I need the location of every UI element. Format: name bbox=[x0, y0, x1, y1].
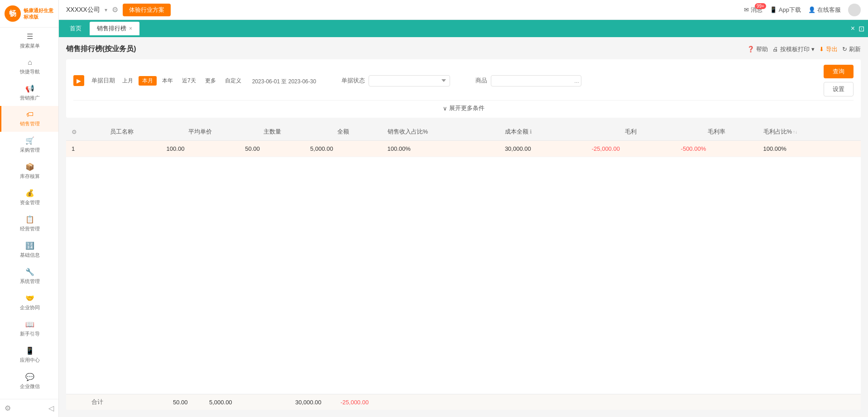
date-option-more[interactable]: 更多 bbox=[201, 76, 220, 86]
sidebar-icon-finance: 💰 bbox=[25, 189, 34, 197]
trial-button[interactable]: 体验行业方案 bbox=[123, 4, 171, 16]
service-icon: 👤 bbox=[808, 6, 815, 13]
sidebar-item-app-center[interactable]: 📱 应用中心 bbox=[0, 342, 58, 368]
settings-icon[interactable]: ⚙ bbox=[5, 404, 11, 412]
th-qty: 主数量 bbox=[240, 123, 305, 141]
th-gross: 毛利 bbox=[586, 123, 676, 141]
tab-close-icon[interactable]: × bbox=[129, 25, 132, 32]
table-row: 1 100.00 50.00 5,000.00 100.00% 30,000.0… bbox=[66, 141, 861, 157]
sidebar-item-finance[interactable]: 💰 资金管理 bbox=[0, 184, 58, 211]
sidebar-item-inventory[interactable]: 📦 库存核算 bbox=[0, 158, 58, 184]
sidebar-label-search-order: 搜索菜单 bbox=[20, 43, 40, 49]
cell-name bbox=[82, 141, 161, 157]
app-icon: 📱 bbox=[770, 6, 777, 13]
sidebar-icon-sales: 🏷 bbox=[26, 110, 34, 119]
tab-home[interactable]: 首页 bbox=[62, 22, 89, 35]
goods-more-icon[interactable]: ... bbox=[574, 77, 579, 84]
status-select[interactable] bbox=[369, 75, 450, 86]
cell-qty: 50.00 bbox=[240, 141, 305, 157]
sidebar-icon-app-center: 📱 bbox=[25, 346, 34, 355]
filter-area: ▶ 单据日期 上月 本月 本年 近7天 更多 自定义 bbox=[66, 59, 861, 118]
sidebar-label-wechat: 企业微信 bbox=[20, 383, 40, 390]
date-option-this-year[interactable]: 本年 bbox=[158, 76, 177, 86]
help-icon: ❓ bbox=[747, 46, 754, 53]
date-option-last-month[interactable]: 上月 bbox=[119, 76, 137, 86]
sidebar-item-guide[interactable]: 📖 新手引导 bbox=[0, 316, 58, 342]
sidebar-item-enterprise[interactable]: 🤝 企业协同 bbox=[0, 289, 58, 316]
sidebar-item-search-order[interactable]: ☰ 搜索菜单 bbox=[0, 28, 58, 54]
app-label: App下载 bbox=[779, 6, 801, 14]
collapse-icon[interactable]: ◁ bbox=[48, 404, 54, 412]
print-button[interactable]: 🖨 按模板打印 ▾ bbox=[772, 45, 815, 53]
online-service-button[interactable]: 👤 在线客服 bbox=[808, 6, 841, 14]
sidebar-item-operation[interactable]: 📋 经营管理 bbox=[0, 211, 58, 237]
date-label: 单据日期 bbox=[91, 77, 115, 85]
filter-more-row: ∨ 展开更多条件 bbox=[73, 100, 854, 112]
settings-button[interactable]: 设置 bbox=[824, 82, 854, 96]
print-icon: 🖨 bbox=[772, 46, 778, 53]
sidebar-item-quick-nav[interactable]: ⌂ 快捷导航 bbox=[0, 54, 58, 80]
sidebar-item-member[interactable]: ◇ 畅会员 bbox=[0, 394, 58, 399]
app-download-button[interactable]: 📱 App下载 bbox=[770, 6, 801, 14]
sidebar-label-basic-info: 基础信息 bbox=[20, 252, 40, 259]
sidebar-item-wechat[interactable]: 💬 企业微信 bbox=[0, 368, 58, 394]
sidebar-item-system[interactable]: 🔧 系统管理 bbox=[0, 263, 58, 289]
th-gross-pct: 毛利占比% ↑↓ bbox=[758, 123, 861, 141]
expand-more-button[interactable]: ∨ 展开更多条件 bbox=[443, 104, 484, 112]
cell-cost: 30,000.00 bbox=[499, 141, 586, 157]
service-label: 在线客服 bbox=[817, 6, 841, 14]
date-option-this-month[interactable]: 本月 bbox=[139, 76, 157, 86]
data-table: ⚙ 员工名称 平均单价 主数量 全额 销售收入占比% bbox=[66, 123, 861, 157]
sidebar-icon-search-order: ☰ bbox=[27, 32, 33, 41]
cell-gross: -25,000.00 bbox=[586, 141, 676, 157]
main-area: XXXXX公司 ▾ ⚙ 体验行业方案 ✉ 消息 99+ 📱 App下载 👤 在线… bbox=[59, 0, 868, 417]
cost-info-icon[interactable]: ℹ bbox=[530, 129, 532, 135]
sidebar-item-marketing[interactable]: 📢 营销推广 bbox=[0, 80, 58, 106]
sidebar-item-sales[interactable]: 🏷 销售管理 bbox=[0, 106, 58, 132]
user-avatar[interactable] bbox=[848, 4, 861, 16]
date-option-7days[interactable]: 近7天 bbox=[178, 76, 200, 86]
sidebar-item-purchase[interactable]: 🛒 采购管理 bbox=[0, 132, 58, 158]
page-content: 销售排行榜(按业务员) ❓ 帮助 🖨 按模板打印 ▾ ⬇ 导出 bbox=[59, 37, 868, 417]
status-filter: 单据状态 bbox=[341, 75, 450, 86]
sidebar-icon-basic-info: 🔢 bbox=[25, 241, 34, 250]
filter-expand-arrow[interactable]: ▶ bbox=[73, 75, 84, 86]
sidebar-icon-inventory: 📦 bbox=[25, 163, 34, 171]
export-icon: ⬇ bbox=[819, 46, 824, 53]
footer-gross: -25,000.00 bbox=[335, 399, 380, 406]
query-button[interactable]: 查询 bbox=[824, 65, 854, 78]
th-sales-pct-sort[interactable]: 销售收入占比% bbox=[388, 128, 494, 136]
footer-row: 合计 50.00 5,000.00 30,000.00 -25,000.00 bbox=[72, 398, 855, 406]
goods-input[interactable] bbox=[491, 75, 581, 86]
print-dropdown-icon: ▾ bbox=[811, 46, 815, 53]
tab-sales-ranking[interactable]: 销售排行榜 × bbox=[90, 22, 139, 35]
message-button[interactable]: ✉ 消息 99+ bbox=[744, 6, 762, 14]
page-inner: 销售排行榜(按业务员) ❓ 帮助 🖨 按模板打印 ▾ ⬇ 导出 bbox=[59, 37, 868, 417]
logo-icon: 畅 bbox=[5, 5, 21, 22]
tab-maximize-icon[interactable]: ⊡ bbox=[858, 24, 864, 33]
sidebar-label-sales: 销售管理 bbox=[20, 120, 40, 127]
th-gross-pct-sort[interactable]: 毛利占比% ↑↓ bbox=[763, 128, 855, 136]
tab-close-all-icon[interactable]: × bbox=[851, 24, 855, 33]
tab-label: 销售排行榜 bbox=[97, 24, 126, 33]
export-button[interactable]: ⬇ 导出 bbox=[819, 45, 838, 53]
footer-qty: 50.00 bbox=[168, 399, 204, 406]
page-title: 销售排行榜(按业务员) bbox=[66, 44, 136, 54]
refresh-label: 刷新 bbox=[849, 45, 861, 53]
company-name: XXXXX公司 bbox=[66, 6, 100, 14]
expand-more-label: 展开更多条件 bbox=[449, 104, 484, 112]
header-settings-icon[interactable]: ⚙ bbox=[112, 5, 118, 14]
refresh-button[interactable]: ↻ 刷新 bbox=[842, 45, 861, 53]
date-option-custom[interactable]: 自定义 bbox=[221, 76, 245, 86]
sidebar-item-basic-info[interactable]: 🔢 基础信息 bbox=[0, 237, 58, 263]
sidebar-label-quick-nav: 快捷导航 bbox=[20, 68, 40, 75]
sidebar-bottom: ⚙ ◁ bbox=[0, 399, 58, 417]
company-dropdown-icon[interactable]: ▾ bbox=[105, 7, 107, 13]
cell-sales-pct: 100.00% bbox=[382, 141, 499, 157]
help-button[interactable]: ❓ 帮助 bbox=[747, 45, 768, 53]
sidebar-label-guide: 新手引导 bbox=[20, 331, 40, 337]
th-settings[interactable]: ⚙ bbox=[66, 123, 82, 141]
date-range-value: 2023-06-01 至 2023-06-30 bbox=[252, 78, 316, 86]
sidebar-label-enterprise: 企业协同 bbox=[20, 304, 40, 311]
logo-text: 畅康通好生意 标准版 bbox=[24, 7, 53, 20]
